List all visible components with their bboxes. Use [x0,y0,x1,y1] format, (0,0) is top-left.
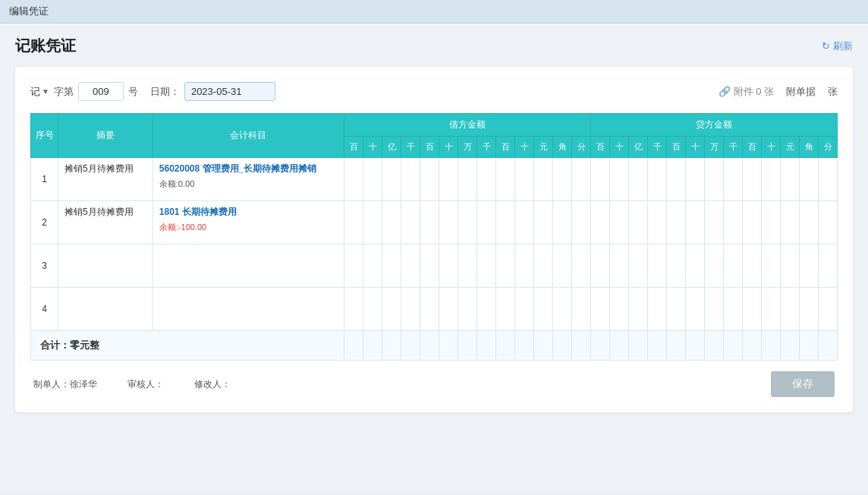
row1-credit-d1[interactable] [591,158,610,201]
save-button[interactable]: 保存 [771,371,835,397]
row2-credit-d10[interactable] [762,201,781,244]
row4-debit-d3[interactable] [382,288,401,331]
row2-credit-d5[interactable] [667,201,686,244]
row2-credit-d13[interactable] [819,201,838,244]
row1-credit-d6[interactable] [686,158,705,201]
row3-debit-d2[interactable] [363,244,382,288]
row1-credit-d4[interactable] [648,158,667,201]
row1-debit-d10[interactable] [515,158,534,201]
row4-subject[interactable] [153,288,344,330]
row3-credit-d4[interactable] [648,244,667,288]
row2-credit-d3[interactable] [629,201,648,244]
row2-credit-d11[interactable] [781,201,800,244]
row2-credit-d1[interactable] [591,201,610,244]
row2-debit-d1[interactable] [344,201,363,244]
row1-debit-d12[interactable] [553,158,572,201]
row4-debit-d5[interactable] [420,288,439,331]
row1-credit-d9[interactable] [743,158,762,201]
row3-credit-d7[interactable] [705,244,724,288]
row4-credit-d3[interactable] [629,288,648,331]
row4-credit-d11[interactable] [781,288,800,331]
row1-debit-d2[interactable] [363,158,382,201]
row1-debit-d7[interactable] [458,158,477,201]
row3-debit-d10[interactable] [515,244,534,288]
row3-subject[interactable] [153,244,344,287]
row1-debit-d13[interactable] [572,158,591,201]
row2-debit-d13[interactable] [572,201,591,244]
row2-debit-d9[interactable] [496,201,515,244]
row4-debit-d9[interactable] [496,288,515,331]
row1-subject[interactable]: 56020008 管理费用_长期待摊费用摊销 余额:0.00 [153,158,344,200]
row2-debit-d4[interactable] [401,201,420,244]
date-input[interactable] [184,82,275,101]
row4-debit-d2[interactable] [363,288,382,331]
row4-credit-d10[interactable] [762,288,781,331]
row4-credit-d1[interactable] [591,288,610,331]
row2-credit-d6[interactable] [686,201,705,244]
row4-credit-d9[interactable] [743,288,762,331]
row4-credit-d5[interactable] [667,288,686,331]
row4-debit-d8[interactable] [477,288,496,331]
row2-debit-d10[interactable] [515,201,534,244]
row2-debit-d2[interactable] [363,201,382,244]
row1-debit-d6[interactable] [439,158,458,201]
row3-credit-d5[interactable] [667,244,686,288]
row4-debit-d4[interactable] [401,288,420,331]
row1-debit-d1[interactable] [344,158,363,201]
voucher-number-input[interactable] [78,82,124,101]
row3-credit-d2[interactable] [610,244,629,288]
row2-summary[interactable]: 摊销5月待摊费用 [58,201,153,244]
row3-debit-d7[interactable] [458,244,477,288]
row2-credit-d2[interactable] [610,201,629,244]
row1-debit-d5[interactable] [420,158,439,201]
row3-summary[interactable] [58,244,153,287]
row4-debit-d13[interactable] [572,288,591,331]
row4-credit-d13[interactable] [819,288,838,331]
row4-credit-d2[interactable] [610,288,629,331]
row4-debit-d12[interactable] [553,288,572,331]
row3-credit-d3[interactable] [629,244,648,288]
row2-credit-d4[interactable] [648,201,667,244]
row4-debit-d6[interactable] [439,288,458,331]
attachment-link[interactable]: 🔗 附件 0 张 [719,85,774,99]
row3-debit-d12[interactable] [553,244,572,288]
row1-credit-d10[interactable] [762,158,781,201]
row1-summary[interactable]: 摊销5月待摊费用 [58,158,153,200]
row3-credit-d6[interactable] [686,244,705,288]
row1-credit-d8[interactable] [724,158,743,201]
row3-debit-d13[interactable] [572,244,591,288]
row2-credit-d7[interactable] [705,201,724,244]
row1-credit-d2[interactable] [610,158,629,201]
row2-credit-d9[interactable] [743,201,762,244]
row4-debit-d1[interactable] [344,288,363,331]
row1-credit-d13[interactable] [819,158,838,201]
row3-debit-d8[interactable] [477,244,496,288]
row1-debit-d9[interactable] [496,158,515,201]
row2-credit-d8[interactable] [724,201,743,244]
row4-credit-d12[interactable] [800,288,819,331]
row4-summary[interactable] [58,288,153,330]
row4-debit-d11[interactable] [534,288,553,331]
row3-debit-d11[interactable] [534,244,553,288]
row1-credit-d7[interactable] [705,158,724,201]
row2-credit-d12[interactable] [800,201,819,244]
row2-debit-d11[interactable] [534,201,553,244]
row2-debit-d12[interactable] [553,201,572,244]
voucher-type-select[interactable]: 记 ▼ [30,85,49,99]
row2-subject[interactable]: 1801 长期待摊费用 余额:-100.00 [153,201,344,244]
refresh-button[interactable]: ↻ 刷新 [822,39,853,53]
row3-credit-d10[interactable] [762,244,781,288]
row3-credit-d9[interactable] [743,244,762,288]
row1-credit-d12[interactable] [800,158,819,201]
row4-credit-d8[interactable] [724,288,743,331]
row2-debit-d3[interactable] [382,201,401,244]
row4-credit-d4[interactable] [648,288,667,331]
row3-debit-d3[interactable] [382,244,401,288]
row4-debit-d10[interactable] [515,288,534,331]
row1-credit-d3[interactable] [629,158,648,201]
row1-debit-d8[interactable] [477,158,496,201]
row3-credit-d1[interactable] [591,244,610,288]
row1-debit-d4[interactable] [401,158,420,201]
row2-debit-d5[interactable] [420,201,439,244]
row1-credit-d5[interactable] [667,158,686,201]
